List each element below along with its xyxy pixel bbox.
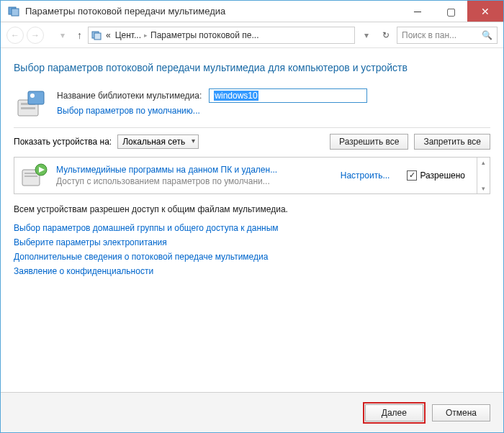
link-homegroup[interactable]: Выбор параметров домашней группы и общег…	[14, 223, 490, 233]
recent-locations-button[interactable]: ▾	[54, 27, 71, 44]
device-list: Мультимедийные программы на данном ПК и …	[14, 157, 490, 194]
svg-rect-7	[28, 91, 44, 104]
chevron-right-icon: ▸	[144, 32, 148, 39]
dropdown-history-button[interactable]: ▾	[358, 27, 375, 44]
search-placeholder: Поиск в пан...	[402, 30, 456, 40]
checkmark-icon: ✓	[407, 170, 417, 181]
location-icon	[90, 29, 103, 42]
device-configure-link[interactable]: Настроить...	[341, 170, 390, 181]
scroll-down-icon: ▾	[482, 185, 485, 192]
related-links: Выбор параметров домашней группы и общег…	[14, 223, 490, 276]
content-area: Выбор параметров потоковой передачи муль…	[1, 48, 503, 392]
breadcrumb-prefix: «	[104, 30, 112, 40]
nav-toolbar: ← → ▾ ↑ « Цент... ▸ Параметры потоковой …	[1, 22, 503, 48]
close-button[interactable]: ✕	[467, 1, 503, 22]
nav-up-button[interactable]: ↑	[74, 29, 85, 41]
titlebar: Параметры потоковой передачи мультимедиа…	[1, 1, 503, 22]
link-privacy[interactable]: Заявление о конфиденциальности	[14, 266, 490, 276]
library-name-input[interactable]: windows10	[209, 88, 367, 103]
window-title: Параметры потоковой передачи мультимедиа	[25, 6, 401, 17]
device-subtitle: Доступ с использованием параметров по ум…	[56, 176, 277, 186]
maximize-button[interactable]: ▢	[434, 1, 467, 22]
library-drive-icon	[14, 88, 48, 120]
nav-forward-button[interactable]: →	[27, 27, 44, 44]
block-all-button[interactable]: Запретить все	[414, 134, 490, 150]
filter-label: Показать устройства на:	[14, 137, 112, 147]
svg-rect-6	[21, 107, 35, 109]
refresh-button[interactable]: ↻	[378, 30, 394, 40]
app-icon	[6, 4, 21, 19]
link-moreinfo[interactable]: Дополнительные сведения о потоковой пере…	[14, 252, 490, 262]
search-input[interactable]: Поиск в пан... 🔍	[397, 27, 498, 44]
cancel-button[interactable]: Отмена	[432, 404, 490, 421]
link-power[interactable]: Выберите параметры электропитания	[14, 237, 490, 247]
library-section: Название библиотеки мультимедиа: windows…	[14, 88, 490, 120]
device-title[interactable]: Мультимедийные программы на данном ПК и …	[56, 165, 277, 175]
status-text: Всем устройствам разрешен доступ к общим…	[14, 204, 490, 214]
device-allowed-label: Разрешено	[420, 170, 465, 181]
device-icon	[20, 161, 49, 190]
next-button[interactable]: Далее	[365, 404, 423, 421]
svg-point-8	[30, 94, 35, 98]
filter-row: Показать устройства на: Локальная сеть Р…	[14, 134, 490, 150]
device-allowed-checkbox[interactable]: ✓ Разрешено	[407, 170, 465, 181]
device-scrollbar[interactable]: ▴ ▾	[477, 158, 490, 193]
breadcrumb-seg-2[interactable]: Параметры потоковой пе...	[149, 30, 260, 40]
scope-select[interactable]: Локальная сеть	[117, 135, 199, 149]
scroll-up-icon: ▴	[482, 159, 485, 166]
minimize-button[interactable]: ─	[401, 1, 434, 22]
svg-rect-3	[94, 33, 101, 40]
allow-all-button[interactable]: Разрешить все	[330, 134, 408, 150]
breadcrumb-seg-1[interactable]: Цент...	[114, 30, 143, 40]
library-name-value: windows10	[214, 91, 258, 101]
library-name-label: Название библиотеки мультимедиа:	[57, 91, 202, 101]
search-icon: 🔍	[482, 30, 492, 40]
svg-rect-1	[12, 9, 19, 16]
separator	[14, 127, 490, 128]
nav-back-button[interactable]: ←	[6, 27, 24, 44]
svg-rect-11	[24, 176, 37, 177]
footer-bar: Далее Отмена	[1, 392, 503, 432]
defaults-link[interactable]: Выбор параметров по умолчанию...	[57, 106, 367, 116]
svg-rect-10	[24, 173, 37, 174]
breadcrumb[interactable]: « Цент... ▸ Параметры потоковой пе...	[88, 27, 355, 44]
page-heading: Выбор параметров потоковой передачи муль…	[14, 61, 490, 76]
